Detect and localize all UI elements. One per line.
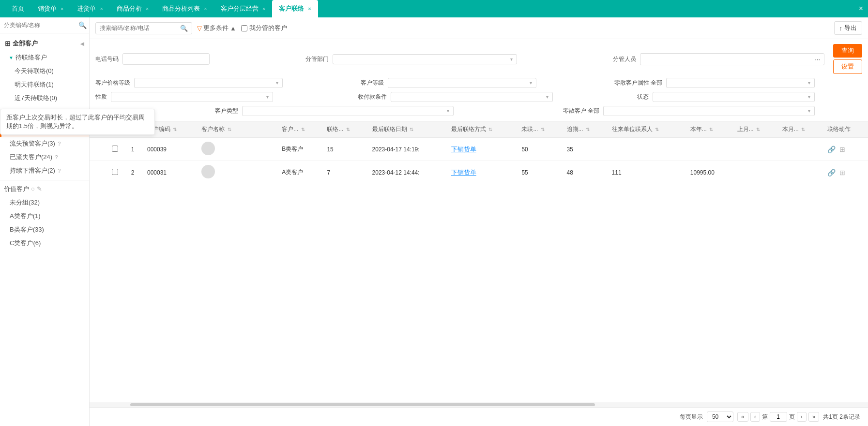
sidebar-all-customers[interactable]: ⊞ 全部客户 ◀ (0, 36, 89, 51)
nav-item-customer-contact[interactable]: 客户联络 × (272, 0, 318, 17)
sidebar-search-box: 🔍 (0, 17, 89, 33)
td-method-2: 下销货单 (446, 161, 517, 184)
nav-item-product-analysis[interactable]: 商品分析 × (110, 0, 155, 17)
method-link-2[interactable]: 下销货单 (451, 169, 476, 176)
td-last-month-2 (732, 161, 777, 184)
price-level-select[interactable]: ▾ (134, 78, 283, 88)
th-last-method[interactable]: 最后联络方式 ⇅ (446, 121, 517, 138)
dept-select[interactable]: ▾ (333, 54, 517, 64)
row-checkbox-1[interactable] (112, 146, 118, 152)
sidebar-divider-2 (0, 180, 89, 180)
nav-close-sales[interactable]: × (61, 6, 63, 12)
th-name[interactable]: 客户名称 ⇅ (197, 121, 277, 138)
grid-action-icon-1[interactable]: ⊞ (839, 146, 845, 153)
edit-icon[interactable]: ✎ (37, 185, 42, 192)
nav-item-home[interactable]: 首页 (5, 0, 31, 17)
first-page-btn[interactable]: « (737, 412, 748, 422)
prev-page-btn[interactable]: ‹ (750, 412, 760, 422)
chevron-down-icon-9: ▾ (808, 108, 810, 114)
advanced-filter: 电话号码 分管部门 ▾ 分管人员 ··· 查询 设置 (90, 39, 868, 121)
td-contact-2: 7 (322, 161, 367, 184)
th-contact-person[interactable]: 往来单位联系人 ⇅ (607, 121, 685, 138)
content-area: 🔍 ▽ 更多条件 ▲ 我分管的客户 ↑ 导出 电话号码 分 (90, 17, 868, 426)
sidebar-a-class[interactable]: A类客户(1) (0, 209, 89, 223)
set-button[interactable]: 设置 (833, 59, 862, 74)
row-actions-2: 🔗 ⊞ (827, 169, 863, 176)
sort-icon-year: ⇅ (709, 127, 713, 132)
method-link-1[interactable]: 下销货单 (451, 146, 476, 153)
sidebar-lost-warning[interactable]: 流失预警客户(3) ? (0, 137, 89, 150)
export-button[interactable]: ↑ 导出 (834, 21, 863, 35)
circle-icon[interactable]: ○ (31, 185, 35, 192)
status-select[interactable]: ▾ (653, 92, 815, 102)
nav-item-purchase[interactable]: 进货单 × (70, 0, 109, 17)
link-icon-1[interactable]: 🔗 (827, 146, 836, 153)
sort-icon-type: ⇅ (301, 127, 305, 132)
triangle-icon: ▼ (9, 55, 14, 60)
nav-close-purchase[interactable]: × (100, 6, 103, 12)
td-no-contact-2: 55 (517, 161, 562, 184)
funnel-icon: ▽ (197, 25, 202, 32)
sidebar-already-lost[interactable]: 已流失客户(24) ? (0, 150, 89, 164)
sidebar-continuous-down[interactable]: 持续下滑客户(2) ? (0, 164, 89, 177)
th-this-month[interactable]: 本月... ⇅ (777, 121, 822, 138)
sort-icon-date: ⇅ (410, 127, 413, 132)
row-checkbox-2[interactable] (112, 169, 118, 175)
scattered-attr-select[interactable]: ▾ (666, 78, 815, 88)
phone-input[interactable] (122, 53, 210, 65)
my-customers-checkbox[interactable] (241, 25, 247, 31)
th-last-month[interactable]: 上月... ⇅ (732, 121, 777, 138)
th-overdue[interactable]: 逾期... ⇅ (562, 121, 607, 138)
td-person-1 (607, 138, 685, 161)
customer-type-select[interactable]: ▾ (242, 106, 454, 116)
customer-level-select[interactable]: ▾ (388, 78, 536, 88)
scattered-customer-select[interactable]: ▾ (603, 106, 815, 116)
sort-icon-person: ⇅ (655, 127, 659, 132)
link-icon-2[interactable]: 🔗 (827, 169, 836, 176)
nav-item-customer-tier[interactable]: 客户分层经营 × (214, 0, 272, 17)
th-contact-count[interactable]: 联络... ⇅ (322, 121, 367, 138)
next-page-btn[interactable]: › (797, 412, 807, 422)
sidebar-b-class[interactable]: B类客户(33) (0, 223, 89, 236)
nav-close-customer-contact[interactable]: × (308, 6, 311, 12)
nav-item-sales[interactable]: 销货单 × (31, 0, 70, 17)
nature-select[interactable]: ▾ (111, 92, 273, 102)
last-page-btn[interactable]: » (808, 412, 820, 422)
sidebar-tomorrow-contact[interactable]: 明天待联络(1) (5, 78, 89, 91)
td-this-month-2 (777, 161, 822, 184)
nav-item-product-list[interactable]: 商品分析列表 × (155, 0, 213, 17)
payment-select[interactable]: ▾ (391, 92, 553, 102)
search-icon[interactable]: 🔍 (180, 25, 188, 32)
sidebar-c-class[interactable]: C类客户(6) (0, 236, 89, 250)
th-type[interactable]: 客户... ⇅ (277, 121, 322, 138)
th-last-date[interactable]: 最后联络日期 ⇅ (367, 121, 446, 138)
th-this-year[interactable]: 本年... ⇅ (685, 121, 732, 138)
nav-close-product-analysis[interactable]: × (146, 6, 149, 12)
nav-close-customer-tier[interactable]: × (262, 6, 265, 12)
sidebar-search-input[interactable] (4, 22, 76, 29)
tooltip-box: 距客户上次交易时长，超过了此客户的平均交易周期的1.5倍，则视为异常。 (0, 109, 155, 135)
sort-icon-last-month: ⇅ (756, 127, 760, 132)
td-overdue-2: 48 (562, 161, 607, 184)
nav-close-product-list[interactable]: × (204, 6, 207, 12)
page-suffix: 页 (789, 413, 795, 421)
th-no-contact[interactable]: 未联... ⇅ (517, 121, 562, 138)
more-conditions-btn[interactable]: ▽ 更多条件 ▲ (197, 24, 236, 32)
chevron-up-icon: ▲ (230, 25, 236, 32)
grid-action-icon-2[interactable]: ⊞ (839, 169, 845, 176)
avatar-1 (201, 142, 215, 155)
manager-select[interactable]: ··· (640, 53, 824, 65)
nav-close-all-button[interactable]: × (859, 4, 863, 13)
per-page-select[interactable]: 50 100 200 (707, 411, 733, 422)
sidebar-search-icon[interactable]: 🔍 (78, 21, 87, 29)
sidebar-7day-contact[interactable]: 近7天待联络(0) (5, 91, 89, 105)
query-button[interactable]: 查询 (833, 44, 862, 58)
main-search-input[interactable] (100, 25, 180, 31)
sidebar-today-contact[interactable]: 今天待联络(0) (5, 64, 89, 78)
td-last-month-1 (732, 138, 777, 161)
current-page-input[interactable] (770, 412, 787, 422)
horizontal-scrollbar[interactable] (90, 402, 868, 407)
sidebar-unclassified[interactable]: 未分组(32) (0, 196, 89, 209)
scrollbar-thumb[interactable] (130, 403, 595, 406)
sidebar-pending-label[interactable]: ▼ 待联络客户 (5, 51, 89, 64)
